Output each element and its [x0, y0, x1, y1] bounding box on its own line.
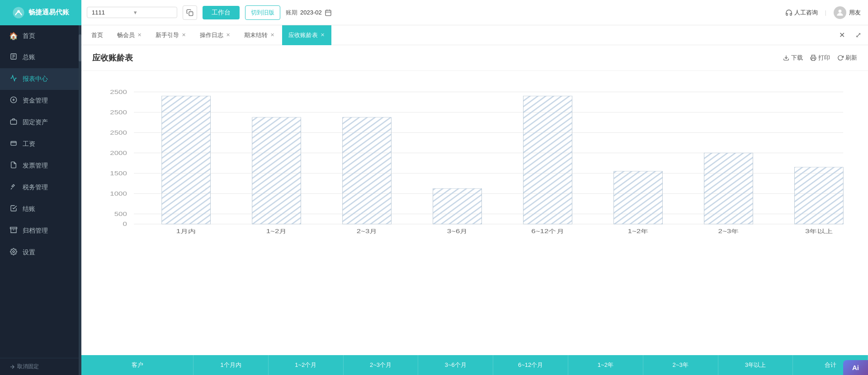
footer-col-3y-plus: 3年以上	[718, 355, 793, 375]
svg-rect-15	[10, 120, 16, 124]
svg-text:1~2月: 1~2月	[266, 228, 287, 234]
user-area[interactable]: 用友	[834, 6, 861, 19]
cancel-fixed-button[interactable]: 取消固定	[0, 358, 81, 375]
cancel-fixed-label: 取消固定	[17, 363, 39, 370]
download-label: 下载	[791, 54, 803, 62]
payroll-icon	[9, 140, 18, 149]
page-actions: 下载 打印 刷新	[783, 54, 857, 62]
logo: 畅捷通易代账	[0, 0, 81, 25]
company-select[interactable]: 1111 ▾	[87, 7, 177, 18]
print-icon	[810, 55, 816, 61]
period-value: 2023-02	[300, 9, 322, 16]
sidebar-item-label: 总账	[23, 53, 35, 61]
sidebar-item-reports[interactable]: 报表中心	[0, 68, 81, 90]
table-footer: 客户 1个月内 1~2个月 2~3个月 3~6个月 6~12个月 1~2年 2~…	[81, 355, 868, 375]
print-label: 打印	[818, 54, 830, 62]
svg-rect-46	[433, 188, 482, 224]
svg-rect-22	[812, 58, 815, 61]
sidebar-scrollbar-thumb	[79, 34, 81, 61]
switch-version-button[interactable]: 切到旧版	[245, 5, 280, 20]
sidebar-item-label: 工资	[23, 140, 35, 148]
sidebar-item-ledger[interactable]: 总账	[0, 47, 81, 68]
refresh-button[interactable]: 刷新	[837, 54, 857, 62]
tab-member[interactable]: 畅会员 ✕	[111, 25, 148, 45]
tab-period-end-close[interactable]: ✕	[270, 32, 274, 38]
sidebar-item-label: 资金管理	[23, 97, 48, 105]
tab-period-end[interactable]: 期末结转 ✕	[238, 25, 281, 45]
svg-text:1~2年: 1~2年	[628, 228, 649, 234]
print-button[interactable]: 打印	[810, 54, 830, 62]
workbench-button[interactable]: 工作台	[203, 6, 240, 19]
footer-col-1-2m: 1~2个月	[269, 355, 344, 375]
svg-text:3年以上: 3年以上	[805, 228, 833, 234]
page-title: 应收账龄表	[92, 52, 133, 63]
top-bar: 畅捷通易代账 1111 ▾ 工作台 切到旧版 账期 2023-02 人工咨询 |	[0, 0, 868, 25]
logo-icon	[12, 6, 25, 19]
user-name: 用友	[849, 9, 861, 17]
svg-rect-17	[10, 227, 17, 229]
ai-badge[interactable]: Ai	[843, 360, 868, 375]
tab-oplog[interactable]: 操作日志 ✕	[193, 25, 237, 45]
tab-aging[interactable]: 应收账龄表 ✕	[282, 25, 331, 45]
divider: |	[825, 9, 826, 16]
expand-tab-button[interactable]: ⤢	[852, 29, 864, 42]
download-icon	[783, 55, 789, 61]
content-area: 首页 畅会员 ✕ 新手引导 ✕ 操作日志 ✕ 期末结转 ✕ 应收账龄表 ✕	[81, 25, 868, 375]
svg-rect-16	[11, 141, 16, 145]
invoice-icon	[9, 161, 18, 170]
sidebar-item-payroll[interactable]: 工资	[0, 133, 81, 155]
pin-icon	[9, 364, 15, 370]
consult-button[interactable]: 人工咨询	[785, 9, 818, 17]
svg-text:3~6月: 3~6月	[447, 228, 468, 234]
sidebar-item-assets[interactable]: 固定资产	[0, 112, 81, 133]
sidebar-scrollbar[interactable]	[79, 25, 81, 375]
sidebar-item-settings[interactable]: 设置	[0, 242, 81, 263]
headphone-icon	[785, 9, 793, 16]
svg-text:2000: 2000	[110, 150, 127, 156]
avatar	[834, 6, 846, 19]
calendar-icon[interactable]	[325, 9, 332, 16]
sidebar-item-label: 固定资产	[23, 118, 48, 127]
tab-member-close[interactable]: ✕	[137, 32, 142, 38]
footer-col-2-3m: 2~3个月	[344, 355, 419, 375]
ledger-icon	[9, 53, 18, 62]
close-tab-button[interactable]: ✕	[835, 29, 848, 42]
sidebar-item-label: 归档管理	[23, 227, 48, 235]
svg-rect-54	[795, 167, 844, 224]
home-icon: 🏠	[9, 32, 18, 40]
tab-guide[interactable]: 新手引导 ✕	[149, 25, 193, 45]
svg-text:1000: 1000	[110, 191, 127, 197]
refresh-label: 刷新	[845, 54, 857, 62]
sidebar-item-label: 结账	[23, 205, 35, 213]
copy-button[interactable]	[183, 5, 197, 20]
tab-aging-label: 应收账龄表	[288, 31, 318, 39]
footer-col-1m: 1个月内	[193, 355, 269, 375]
sidebar-item-tax[interactable]: 税务管理	[0, 177, 81, 198]
copy-icon	[186, 9, 193, 16]
period-area: 账期 2023-02	[286, 9, 332, 17]
tab-home-label: 首页	[91, 31, 103, 39]
sidebar-item-archive[interactable]: 归档管理	[0, 220, 81, 242]
sidebar-item-home[interactable]: 🏠 首页	[0, 25, 81, 47]
sidebar-item-checkout[interactable]: 结账	[0, 198, 81, 220]
footer-col-1-2y: 1~2年	[568, 355, 643, 375]
tab-period-end-label: 期末结转	[244, 31, 268, 39]
svg-text:2500: 2500	[110, 89, 127, 95]
page-content: 应收账龄表 下载 打印 刷新	[81, 45, 868, 375]
tab-actions: ✕ ⤢	[835, 29, 864, 42]
tab-home[interactable]: 首页	[85, 25, 110, 45]
sidebar-item-invoice[interactable]: 发票管理	[0, 155, 81, 177]
sidebar-item-label: 设置	[23, 248, 35, 257]
tab-aging-close[interactable]: ✕	[321, 32, 325, 38]
download-button[interactable]: 下载	[783, 54, 803, 62]
funds-icon	[9, 96, 18, 105]
chevron-down-icon: ▾	[134, 9, 172, 16]
tab-guide-close[interactable]: ✕	[182, 32, 186, 38]
archive-icon	[9, 226, 18, 235]
svg-text:6~12个月: 6~12个月	[531, 228, 564, 234]
page-header: 应收账龄表 下载 打印 刷新	[81, 45, 868, 71]
main-layout: 🏠 首页 总账 报表中心 资金管理 固定资产	[0, 25, 868, 375]
svg-text:500: 500	[114, 211, 127, 217]
tab-oplog-close[interactable]: ✕	[226, 32, 230, 38]
sidebar-item-funds[interactable]: 资金管理	[0, 90, 81, 112]
